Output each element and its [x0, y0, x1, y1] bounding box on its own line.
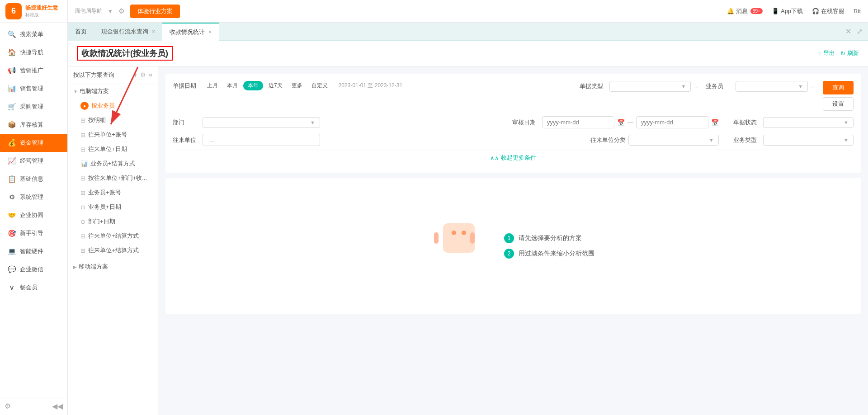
tree-item-partner-settlement1[interactable]: ⊞ 往来单位+结算方式	[75, 229, 158, 243]
doc-type-select[interactable]: ▼	[609, 81, 691, 92]
partner-category-group: 往来单位分类 ▼	[590, 135, 719, 146]
tab-home[interactable]: 首页	[68, 23, 94, 41]
megaphone-icon: 📢	[7, 66, 16, 75]
salesperson-more-icon[interactable]: ···	[811, 83, 816, 90]
breadcrumb-dropdown-icon[interactable]: ▼	[108, 8, 113, 14]
sidebar-item-sales[interactable]: 📊 销售管理	[0, 80, 67, 98]
partner-category-select[interactable]: ▼	[628, 135, 719, 146]
tree-item-partner-date[interactable]: ⊞ 往来单位+日期	[75, 142, 158, 156]
tree-item-by-salesperson[interactable]: ● 按业务员	[75, 99, 158, 113]
sidebar-item-system[interactable]: ⚙ 系统管理	[0, 188, 67, 206]
tree-item-partner-settlement2[interactable]: ⊞ 往来单位+结算方式	[75, 243, 158, 258]
clipboard-icon: 📋	[7, 174, 16, 184]
calendar-start-icon[interactable]: 📅	[617, 119, 625, 126]
tree-item-partner-dept-collect[interactable]: ⊞ 按往来单位+部门+收...	[75, 171, 158, 185]
sidebar-item-enterprise[interactable]: 🤝 企业协同	[0, 206, 67, 224]
tree-section-label-mobile: 移动端方案	[79, 263, 108, 271]
collapse-panel-button[interactable]: «	[149, 71, 152, 79]
business-type-group: 业务类型 ▼	[733, 135, 854, 146]
doc-status-label: 单据状态	[733, 118, 760, 127]
tree-item-dept-date[interactable]: ⊙ 部门+日期	[75, 214, 158, 229]
tree-item-salesperson-account[interactable]: ⊞ 业务员+账号	[75, 185, 158, 200]
tab-bank-flow-close[interactable]: ×	[152, 28, 155, 35]
notification-btn[interactable]: 🔔 消息 99+	[727, 7, 763, 15]
tab-receipt-stats-close[interactable]: ×	[208, 29, 212, 35]
partner-settlement2-icon: ⊞	[80, 247, 85, 254]
service-icon: 🎧	[812, 8, 819, 14]
settings-scheme-button[interactable]: ⚙	[140, 71, 146, 79]
chart-icon: 📊	[7, 84, 16, 93]
footer-settings-icon[interactable]: ⚙	[5, 402, 11, 410]
tree-item-by-detail[interactable]: ⊞ 按明细	[75, 113, 158, 127]
tip-num-1: 1	[504, 233, 514, 243]
salesperson-select[interactable]: ▼	[736, 81, 808, 92]
tree-item-salesperson-settlement[interactable]: 📊 业务员+结算方式	[75, 156, 158, 171]
partner-more-icon[interactable]: ...	[209, 137, 214, 143]
robot-arm-left	[434, 232, 439, 244]
sidebar-item-basic-info[interactable]: 📋 基础信息	[0, 170, 67, 188]
online-service-btn[interactable]: 🎧 在线客服	[812, 7, 844, 15]
header-gear-icon[interactable]: ⚙	[118, 7, 125, 15]
sidebar-item-smart-hw[interactable]: 💻 智能硬件	[0, 242, 67, 260]
page-actions: ↑ 导出 ↻ 刷新	[819, 49, 859, 57]
query-button[interactable]: 查询	[823, 81, 854, 94]
empty-tips: 1 请先选择要分析的方案 2 用过滤条件来缩小分析范围	[504, 233, 594, 259]
date-filter-group: 单据日期 上月 本月 本年 近7天 更多 自定义 2023-01-01 至 20…	[173, 81, 402, 90]
add-scheme-button[interactable]: +	[133, 71, 137, 79]
date-tab-this-year[interactable]: 本年	[243, 81, 263, 90]
partner-select[interactable]: ...	[203, 134, 320, 146]
tab-bank-flow[interactable]: 现金银行流水查询 ×	[94, 23, 162, 41]
partner-date-icon: ⊞	[80, 146, 85, 153]
dept-select[interactable]: ▼	[203, 117, 320, 128]
app-logo: 6 畅捷通好生意 标准版	[0, 0, 67, 23]
date-tab-more[interactable]: 更多	[288, 81, 306, 90]
collapse-icon: ∧∧	[490, 155, 499, 161]
date-tab-7days[interactable]: 近7天	[265, 81, 286, 90]
sidebar-item-member[interactable]: V 畅会员	[0, 278, 67, 297]
refresh-button[interactable]: ↻ 刷新	[840, 49, 859, 57]
sidebar-item-purchase[interactable]: 🛒 采购管理	[0, 98, 67, 116]
tree-item-partner-account[interactable]: ⊞ 往来单位+账号	[75, 127, 158, 142]
business-type-select[interactable]: ▼	[763, 135, 854, 146]
export-button[interactable]: ↑ 导出	[819, 49, 835, 57]
sidebar-item-quick-nav[interactable]: 🏠 快捷导航	[0, 43, 67, 61]
window-maximize-icon[interactable]: ⤢	[857, 27, 863, 36]
tree-section-mobile[interactable]: ▶ 移动端方案	[68, 259, 158, 274]
sidebar-item-marketing[interactable]: 📢 营销推广	[0, 61, 67, 80]
partner-label: 往来单位	[173, 136, 200, 144]
doc-status-group: 单据状态 ▼	[733, 117, 854, 128]
salesperson-label: 业务员	[706, 82, 733, 90]
tree-section-desktop[interactable]: ▼ 电脑端方案	[68, 84, 158, 99]
tree-children-desktop: ● 按业务员 ⊞ 按明细 ⊞ 往来单位+账号 ⊞ 往来单位+日期 📊 业务	[68, 99, 158, 258]
date-tab-last-month[interactable]: 上月	[203, 81, 222, 90]
collapse-filter-button[interactable]: ∧∧ 收起更多条件	[173, 150, 854, 165]
review-date-start[interactable]	[542, 116, 614, 128]
sidebar-item-operations[interactable]: 📈 经营管理	[0, 152, 67, 170]
tab-receipt-stats[interactable]: 收款情况统计 ×	[162, 23, 219, 41]
business-type-label: 业务类型	[733, 136, 760, 144]
calendar-end-icon[interactable]: 📅	[711, 119, 719, 126]
sidebar-item-inventory[interactable]: 📦 库存核算	[0, 116, 67, 134]
date-tab-custom[interactable]: 自定义	[308, 81, 331, 90]
app-download-btn[interactable]: 📱 App下载	[772, 7, 803, 15]
filter-row-2: 部门 ▼ 审核日期 📅 — 📅	[173, 116, 854, 128]
refresh-icon: ↻	[840, 50, 845, 57]
sidebar-item-finance[interactable]: 💰 资金管理	[0, 134, 67, 152]
money-icon: 💰	[7, 138, 16, 147]
logo-icon: 6	[5, 3, 22, 19]
doc-status-select[interactable]: ▼	[763, 117, 854, 128]
sidebar-item-search-menu[interactable]: 🔍 搜索菜单	[0, 25, 67, 43]
tree-item-salesperson-date[interactable]: ⊙ 业务员+日期	[75, 200, 158, 214]
doc-type-more-icon[interactable]: ···	[693, 83, 698, 90]
laptop-icon: 💻	[7, 247, 16, 256]
settings-button[interactable]: 设置	[823, 97, 854, 111]
sidebar-item-wechat[interactable]: 💬 企业微信	[0, 260, 67, 278]
header-right: 🔔 消息 99+ 📱 App下载 🎧 在线客服 Rit	[727, 7, 861, 15]
review-date-end[interactable]	[636, 116, 708, 128]
trial-button[interactable]: 体验行业方案	[130, 5, 180, 18]
window-close-icon[interactable]: ✕	[845, 27, 851, 36]
date-tab-this-month[interactable]: 本月	[223, 81, 241, 90]
footer-collapse-icon[interactable]: ◀◀	[52, 402, 63, 410]
sidebar-item-guide[interactable]: 🎯 新手引导	[0, 224, 67, 242]
user-name-display[interactable]: Rit	[854, 8, 861, 14]
